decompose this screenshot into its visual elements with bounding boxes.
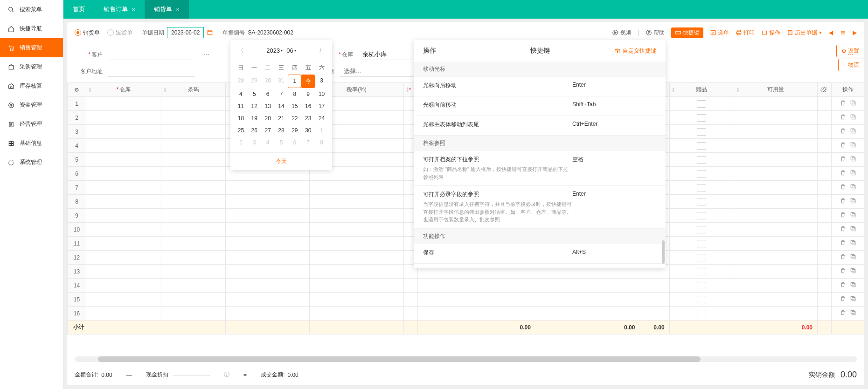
operate-button[interactable]: 操作 bbox=[761, 29, 780, 37]
delete-icon[interactable] bbox=[840, 281, 846, 289]
today-button[interactable]: 今天 bbox=[230, 152, 332, 170]
gift-checkbox[interactable] bbox=[697, 156, 706, 164]
copy-icon[interactable] bbox=[850, 212, 856, 219]
sidebar-item-inventory[interactable]: 库存核算 bbox=[0, 76, 63, 96]
day-cell[interactable]: 5 bbox=[275, 136, 288, 149]
help-button[interactable]: ?帮助 bbox=[646, 29, 665, 37]
day-cell[interactable]: 8 bbox=[288, 88, 301, 100]
print-button[interactable]: 打印 bbox=[736, 29, 755, 37]
delete-icon[interactable] bbox=[840, 309, 846, 317]
day-cell[interactable]: 4 bbox=[234, 88, 248, 100]
copy-icon[interactable] bbox=[850, 253, 856, 261]
day-cell[interactable]: 31 bbox=[275, 75, 288, 88]
gift-checkbox[interactable] bbox=[697, 226, 706, 233]
video-button[interactable]: 视频 bbox=[612, 29, 631, 37]
day-cell[interactable]: 20 bbox=[261, 112, 275, 124]
day-cell[interactable]: 28 bbox=[234, 75, 248, 88]
day-cell[interactable]: 19 bbox=[248, 112, 261, 124]
day-cell[interactable]: 6 bbox=[288, 136, 301, 149]
gift-checkbox[interactable] bbox=[697, 268, 706, 275]
logistics-button[interactable]: + 物流 bbox=[838, 59, 864, 71]
day-cell[interactable]: 16 bbox=[301, 100, 315, 112]
day-cell[interactable]: 9 bbox=[301, 88, 315, 100]
discount-input[interactable] bbox=[173, 374, 210, 376]
sidebar-item-system[interactable]: 系统管理 bbox=[0, 153, 63, 172]
copy-icon[interactable] bbox=[850, 239, 856, 247]
day-cell[interactable]: 12 bbox=[248, 100, 261, 112]
sidebar-item-funds[interactable]: 资金管理 bbox=[0, 96, 63, 115]
sidebar-item-basic[interactable]: 基础信息 bbox=[0, 134, 63, 153]
copy-icon[interactable] bbox=[850, 281, 856, 289]
day-cell[interactable]: 18 bbox=[234, 112, 248, 124]
gift-checkbox[interactable] bbox=[697, 128, 706, 136]
day-cell[interactable]: 27 bbox=[261, 124, 275, 136]
copy-icon[interactable] bbox=[850, 198, 856, 205]
list-button[interactable] bbox=[840, 29, 846, 36]
day-cell[interactable]: 7 bbox=[301, 136, 315, 149]
sidebar-item-sales[interactable]: 销售管理 bbox=[0, 38, 63, 57]
day-cell[interactable]: 21 bbox=[275, 112, 288, 124]
day-cell[interactable]: 10 bbox=[315, 88, 328, 100]
day-cell[interactable]: 30 bbox=[261, 75, 275, 88]
gift-checkbox[interactable] bbox=[697, 198, 706, 205]
radio-sale[interactable]: 销货单 bbox=[75, 29, 100, 37]
sidebar-item-nav[interactable]: 快捷导航 bbox=[0, 19, 63, 38]
gift-checkbox[interactable] bbox=[697, 254, 706, 261]
copy-icon[interactable] bbox=[850, 309, 856, 317]
day-cell[interactable]: 22 bbox=[288, 112, 301, 124]
gear-col[interactable]: ⚙ bbox=[68, 83, 86, 97]
delete-icon[interactable] bbox=[840, 253, 846, 261]
day-cell[interactable]: 30 bbox=[301, 124, 315, 136]
prev-month-icon[interactable]: 〈 bbox=[236, 45, 245, 56]
day-cell[interactable]: 23 bbox=[301, 112, 315, 124]
delete-icon[interactable] bbox=[840, 184, 846, 191]
v-scrollbar[interactable] bbox=[662, 77, 665, 264]
copy-icon[interactable] bbox=[850, 114, 856, 122]
day-cell[interactable]: 今 bbox=[301, 75, 315, 88]
gift-checkbox[interactable] bbox=[697, 240, 706, 247]
tab-home[interactable]: 首页 bbox=[63, 0, 94, 19]
delete-icon[interactable] bbox=[840, 128, 846, 136]
day-cell[interactable]: 3 bbox=[248, 136, 261, 149]
address-input[interactable] bbox=[108, 66, 194, 77]
shortcut-button[interactable]: 快捷键 bbox=[671, 27, 703, 38]
tab-sales-order[interactable]: 销售订单✕ bbox=[94, 0, 145, 19]
gift-checkbox[interactable] bbox=[697, 296, 706, 303]
col-warehouse[interactable]: ▲▼*仓库 bbox=[86, 83, 161, 97]
gift-checkbox[interactable] bbox=[697, 114, 706, 122]
copy-icon[interactable] bbox=[850, 295, 856, 303]
calendar-icon[interactable] bbox=[207, 29, 213, 37]
close-icon[interactable]: ✕ bbox=[176, 7, 180, 12]
gift-checkbox[interactable] bbox=[697, 170, 706, 177]
delete-icon[interactable] bbox=[840, 225, 846, 233]
day-cell[interactable]: 5 bbox=[248, 88, 261, 100]
day-cell[interactable]: 3 bbox=[315, 75, 328, 88]
copy-icon[interactable] bbox=[850, 156, 856, 164]
gift-checkbox[interactable] bbox=[697, 282, 706, 289]
delete-icon[interactable] bbox=[840, 295, 846, 303]
prev-button[interactable]: ◀ bbox=[829, 29, 833, 36]
h-scrollbar[interactable] bbox=[75, 356, 857, 362]
history-button[interactable]: 历史单据▼ bbox=[787, 29, 822, 37]
delete-icon[interactable] bbox=[840, 156, 846, 164]
delete-icon[interactable] bbox=[840, 212, 846, 219]
year-select[interactable]: 2023▾ bbox=[266, 47, 283, 54]
select-button[interactable]: 选单 bbox=[710, 29, 729, 37]
col-barcode[interactable]: ▲▼条码 bbox=[161, 83, 225, 97]
more-icon[interactable]: ⋯ bbox=[200, 51, 213, 58]
copy-icon[interactable] bbox=[850, 100, 856, 108]
day-cell[interactable]: 25 bbox=[234, 124, 248, 136]
next-button[interactable]: ▶ bbox=[853, 29, 857, 36]
day-cell[interactable]: 29 bbox=[288, 124, 301, 136]
col-avail[interactable]: ▲▼可用量 bbox=[734, 83, 818, 97]
delete-icon[interactable] bbox=[840, 100, 846, 108]
month-select[interactable]: 06▾ bbox=[286, 47, 296, 54]
day-cell[interactable]: 11 bbox=[234, 100, 248, 112]
day-cell[interactable]: 24 bbox=[315, 112, 328, 124]
table-row[interactable]: 15 bbox=[68, 293, 864, 307]
next-month-icon[interactable]: 〉 bbox=[317, 45, 326, 56]
day-cell[interactable]: 1 bbox=[288, 75, 301, 88]
customer-input[interactable] bbox=[108, 49, 194, 60]
gift-checkbox[interactable] bbox=[697, 212, 706, 219]
day-cell[interactable]: 4 bbox=[261, 136, 275, 149]
